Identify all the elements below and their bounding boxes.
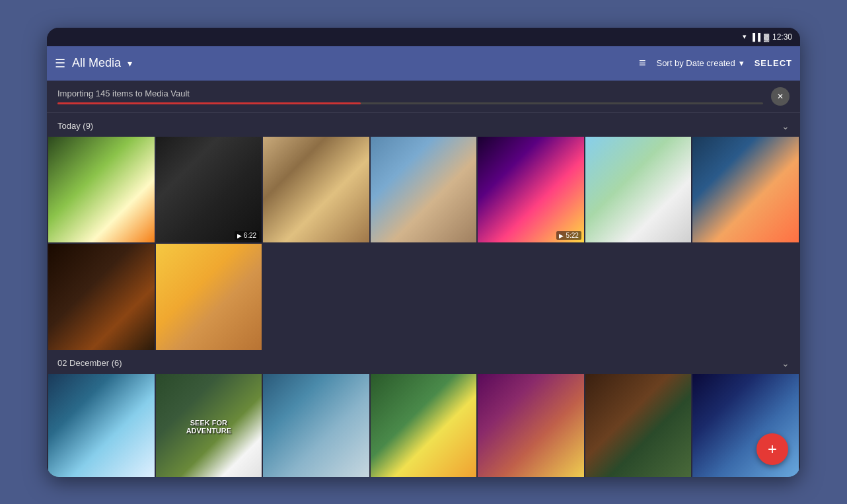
status-icons: ▾ ▐▐ ▓ 12:30 <box>743 32 792 42</box>
import-text: Importing 145 items to Media Vault <box>57 89 763 98</box>
media-thumb <box>156 244 262 350</box>
media-thumb <box>48 244 155 350</box>
wifi-icon: ▾ <box>743 32 747 41</box>
import-content: Importing 145 items to Media Vault <box>57 89 763 104</box>
media-item[interactable] <box>371 374 477 477</box>
date-section-dec02: 02 December (6) ⌄ SEEK FORADVENTURE <box>47 353 800 477</box>
media-thumb <box>48 137 155 243</box>
hamburger-icon[interactable]: ☰ <box>55 56 65 71</box>
status-time: 12:30 <box>772 32 792 42</box>
media-thumb <box>371 374 477 477</box>
media-thumb <box>692 137 799 243</box>
media-item[interactable] <box>263 374 369 477</box>
status-bar: ▾ ▐▐ ▓ 12:30 <box>47 28 800 46</box>
media-item[interactable] <box>48 374 155 477</box>
sort-control[interactable]: Sort by Date created ▾ <box>656 58 743 68</box>
date-chevron-today[interactable]: ⌄ <box>782 121 790 131</box>
media-item[interactable]: ▶ 6:22 <box>156 137 262 243</box>
media-item[interactable] <box>478 374 584 477</box>
import-bar: Importing 145 items to Media Vault ✕ <box>47 81 800 113</box>
date-label-dec02: 02 December (6) <box>57 358 122 368</box>
toolbar: ☰ All Media ▾ ≡ Sort by Date created ▾ S… <box>47 46 800 81</box>
progress-track <box>57 102 763 104</box>
media-item[interactable] <box>156 244 262 350</box>
media-item[interactable] <box>585 374 692 477</box>
date-section-today: Today (9) ⌄ ▶ 6:22 <box>47 116 800 350</box>
app-container: ☰ All Media ▾ ≡ Sort by Date created ▾ S… <box>47 46 800 477</box>
date-header-today[interactable]: Today (9) ⌄ <box>47 116 800 137</box>
list-view-icon[interactable]: ≡ <box>639 56 646 70</box>
battery-icon: ▓ <box>764 33 769 41</box>
media-item[interactable] <box>263 137 369 243</box>
media-item[interactable] <box>692 374 799 477</box>
media-item[interactable] <box>48 244 155 350</box>
fab-button[interactable]: + <box>756 433 788 465</box>
video-badge: ▶ 5:22 <box>556 231 581 240</box>
close-icon: ✕ <box>777 92 784 101</box>
app-title: All Media <box>72 56 121 70</box>
media-grid-dec02: SEEK FORADVENTURE <box>47 374 800 477</box>
device-frame: ▾ ▐▐ ▓ 12:30 ☰ All Media ▾ ≡ Sort by Dat… <box>47 28 800 477</box>
media-thumb <box>371 137 477 243</box>
sort-dropdown-icon[interactable]: ▾ <box>739 58 744 68</box>
play-icon: ▶ <box>237 233 242 239</box>
media-item[interactable]: SEEK FORADVENTURE <box>156 374 262 477</box>
media-item[interactable] <box>692 137 799 243</box>
media-thumb <box>478 374 584 477</box>
media-item[interactable] <box>48 137 155 243</box>
media-content[interactable]: Today (9) ⌄ ▶ 6:22 <box>47 113 800 477</box>
date-label-today: Today (9) <box>57 121 93 131</box>
media-item[interactable]: ▶ 5:22 <box>478 137 584 243</box>
date-chevron-dec02[interactable]: ⌄ <box>782 358 790 369</box>
sort-label: Sort by Date created <box>656 58 735 68</box>
media-thumb <box>48 374 155 477</box>
video-duration: 5:22 <box>566 232 578 239</box>
title-dropdown-icon[interactable]: ▾ <box>128 58 132 69</box>
video-badge: ▶ 6:22 <box>235 231 259 240</box>
media-thumb: SEEK FORADVENTURE <box>156 374 262 477</box>
media-thumb <box>263 137 369 243</box>
media-thumb <box>156 137 262 243</box>
media-thumb <box>478 137 584 243</box>
close-import-button[interactable]: ✕ <box>771 87 790 106</box>
play-icon: ▶ <box>559 233 564 239</box>
progress-fill <box>57 102 361 104</box>
video-duration: 6:22 <box>244 232 256 239</box>
media-grid-today: ▶ 6:22 ▶ 5:22 <box>47 137 800 350</box>
toolbar-right: ≡ Sort by Date created ▾ SELECT <box>639 56 792 70</box>
signal-icon: ▐▐ <box>750 33 760 41</box>
date-header-dec02[interactable]: 02 December (6) ⌄ <box>47 353 800 374</box>
media-item[interactable] <box>585 137 692 243</box>
media-thumb <box>585 374 692 477</box>
toolbar-left: ☰ All Media ▾ <box>55 56 631 71</box>
media-thumb <box>692 374 799 477</box>
media-item[interactable] <box>371 137 477 243</box>
media-thumb <box>585 137 692 243</box>
media-thumb <box>263 374 369 477</box>
select-button[interactable]: SELECT <box>755 58 792 68</box>
